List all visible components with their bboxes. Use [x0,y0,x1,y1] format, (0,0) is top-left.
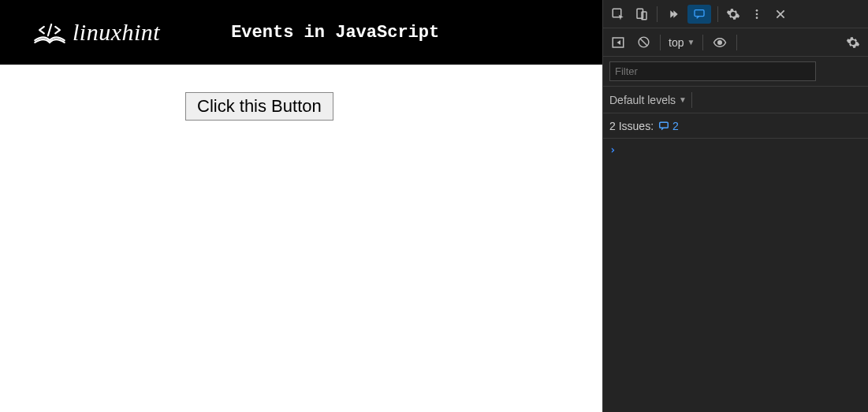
page-title: Events in JavaScript [231,23,439,43]
context-label: top [669,36,684,49]
console-sidebar-toggle-icon[interactable] [609,34,627,51]
chevron-down-icon: ▼ [679,95,687,104]
levels-label: Default levels [609,94,676,106]
levels-row: Default levels ▼ [603,87,868,113]
book-code-icon [32,14,68,50]
kebab-menu-icon[interactable] [748,6,766,23]
chevron-down-icon: ▼ [687,38,695,46]
page-header: linuxhint Events in JavaScript [0,0,602,65]
separator [702,35,703,50]
svg-point-4 [756,9,758,12]
devtools-panel: top ▼ Default levels ▼ [602,0,868,412]
click-this-button[interactable]: Click this Button [185,92,333,121]
close-icon[interactable] [772,6,789,23]
log-levels-selector[interactable]: Default levels ▼ [609,94,687,106]
issues-chip: 2 [658,120,679,132]
page-content: Click this Button [0,65,602,412]
filter-row [603,57,868,87]
clear-console-icon[interactable] [635,34,652,51]
separator [736,35,737,50]
console-tab[interactable] [687,5,711,24]
svg-point-6 [756,17,758,19]
issues-count: 2 [672,120,679,132]
svg-rect-10 [660,122,669,128]
console-toolbar: top ▼ [603,28,868,57]
logo-text: linuxhint [73,19,160,46]
more-tabs-icon[interactable] [664,6,681,23]
message-icon [658,121,669,132]
separator [660,35,661,50]
separator [691,92,692,108]
device-toggle-icon[interactable] [633,6,650,23]
message-icon [693,8,706,20]
console-output[interactable]: › [603,139,868,412]
settings-icon[interactable] [725,6,742,23]
page-area: linuxhint Events in JavaScript Click thi… [0,0,602,412]
context-selector[interactable]: top ▼ [669,36,695,49]
issues-label: 2 Issues: [609,120,654,132]
separator [717,6,718,22]
svg-point-9 [718,40,722,44]
devtools-tabbar [603,0,868,28]
inspect-element-icon[interactable] [609,6,627,23]
console-settings-icon[interactable] [844,34,862,51]
filter-input[interactable] [609,61,816,81]
live-expression-icon[interactable] [711,34,728,51]
console-prompt: › [609,143,616,156]
svg-rect-3 [695,9,704,16]
issues-row[interactable]: 2 Issues: 2 [603,113,868,139]
site-logo: linuxhint [32,14,160,50]
separator [657,6,658,22]
svg-point-5 [756,13,758,15]
